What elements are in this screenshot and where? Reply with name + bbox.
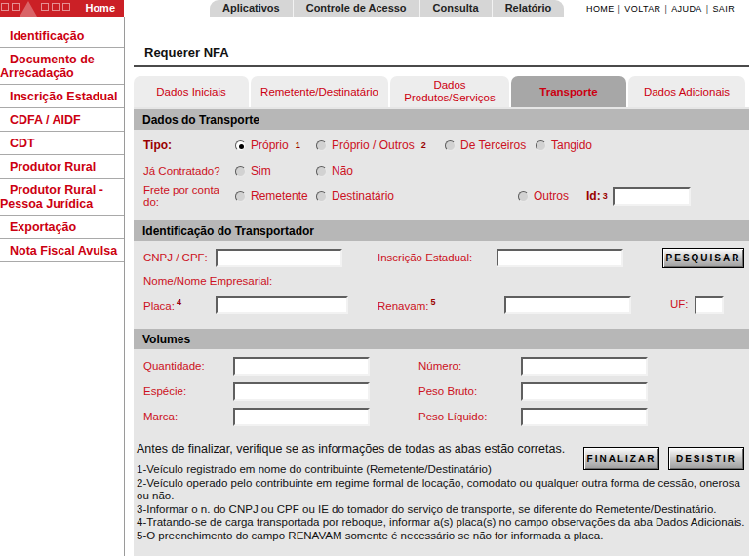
footnote-5: 5-O preenchimento do campo RENAVAM somen… (137, 530, 745, 543)
numero-label: Número: (418, 360, 521, 372)
footnote-ref-1: 1 (296, 140, 300, 150)
numero-input[interactable] (521, 357, 648, 376)
quick-link-ajuda[interactable]: AJUDA (671, 4, 702, 14)
radio-de-terceiros[interactable] (445, 140, 456, 151)
sidebar-item-produtor-rural[interactable]: Produtor Rural (0, 155, 124, 179)
finalizar-button[interactable]: FINALIZAR (583, 447, 659, 470)
peso-bruto-input[interactable] (521, 382, 648, 401)
quick-link-separator: | (706, 4, 709, 14)
quantidade-input[interactable] (233, 357, 370, 376)
form-footer: Antes de finalizar, verifique se as info… (134, 441, 749, 542)
radio-label: Próprio / Outros (332, 139, 415, 152)
quick-link-sair[interactable]: SAIR (712, 4, 735, 14)
footnote-ref-2: 2 (421, 140, 426, 150)
quantidade-label: Quantidade: (143, 360, 233, 372)
quick-link-voltar[interactable]: VOLTAR (624, 4, 660, 14)
tab-transporte[interactable]: Transporte (511, 76, 626, 107)
form-tabs: Dados Iniciais Remetente/Destinatário Da… (134, 76, 749, 107)
quick-links: HOME | VOLTAR | AJUDA | SAIR (586, 4, 735, 14)
marca-input[interactable] (233, 408, 370, 426)
cnpj-cpf-input[interactable] (216, 249, 342, 267)
sidebar-item-identificacao[interactable]: Identificação (0, 24, 124, 48)
pesquisar-button[interactable]: PESQUISAR (662, 248, 744, 268)
finalize-warning-text: Antes de finalizar, verifique se as info… (137, 441, 577, 457)
main-content: Requerer NFA Dados Iniciais Remetente/De… (134, 17, 749, 556)
quick-link-home[interactable]: HOME (586, 4, 615, 14)
tab-dados-adicionais[interactable]: Dados Adicionais (628, 76, 745, 107)
menu-item-aplicativos[interactable]: Aplicativos (210, 0, 294, 17)
radio-option-proprio-outros[interactable]: Próprio / Outros 2 (316, 139, 445, 152)
radio-proprio[interactable] (235, 140, 246, 151)
radio-option-remetente[interactable]: Remetente (235, 189, 316, 203)
page-title: Requerer NFA (134, 45, 749, 60)
especie-input[interactable] (233, 382, 370, 401)
tab-dados-iniciais[interactable]: Dados Iniciais (134, 76, 249, 107)
home-tab[interactable]: Home (0, 0, 124, 17)
sidebar-item-exportacao[interactable]: Exportação (0, 216, 124, 239)
radio-label: Destinatário (332, 189, 394, 203)
row-quantidade-numero: Quantidade: Número: (134, 353, 749, 378)
radio-option-nao[interactable]: Não (316, 164, 353, 178)
cnpj-cpf-label: CNPJ / CPF: (143, 252, 216, 263)
menu-item-controle-de-acesso[interactable]: Controle de Acesso (294, 0, 420, 17)
row-marca-peso-liquido: Marca: Peso Líquido: (134, 404, 749, 429)
sidebar-item-produtor-rural-pj[interactable]: Produtor Rural - Pessoa Jurídica (0, 179, 124, 216)
footnote-ref-5: 5 (430, 298, 435, 307)
footnote-3: 3-Informar o n. do CNPJ ou CPF ou IE do … (137, 503, 745, 517)
sidebar-item-cdfa-aidf[interactable]: CDFA / AIDF (0, 108, 124, 132)
radio-sim[interactable] (235, 166, 246, 177)
home-tab-label: Home (85, 2, 115, 14)
row-placa-renavam-uf: Placa:4 Renavam:5 UF: (134, 292, 749, 317)
inscricao-estadual-input[interactable] (497, 249, 623, 267)
renavam-input[interactable] (504, 296, 631, 314)
id-input[interactable] (613, 187, 691, 206)
menu-item-consulta[interactable]: Consulta (420, 0, 493, 17)
peso-liquido-input[interactable] (521, 408, 648, 426)
uf-input[interactable] (695, 296, 724, 314)
radio-destinatario[interactable] (316, 191, 327, 202)
sidebar-item-documento-arrecadacao[interactable]: Documento de Arrecadação (0, 48, 124, 85)
quick-link-separator: | (618, 4, 621, 14)
sidebar-item-nota-fiscal-avulsa[interactable]: Nota Fiscal Avulsa (0, 239, 124, 262)
quick-link-separator: | (664, 4, 667, 14)
row-frete-por-conta: Frete por conta do: Remetente Destinatár… (134, 183, 749, 209)
tipo-label: Tipo: (143, 139, 235, 152)
marca-label: Marca: (143, 411, 233, 422)
ja-contratado-label: Já Contratado? (143, 165, 235, 177)
radio-option-de-terceiros[interactable]: De Terceiros (445, 139, 536, 152)
placa-input[interactable] (216, 296, 348, 314)
radio-proprio-outros[interactable] (316, 140, 327, 151)
radio-remetente[interactable] (235, 191, 246, 202)
row-especie-peso-bruto: Espécie: Peso Bruto: (134, 378, 749, 404)
sidebar-item-cdt[interactable]: CDT (0, 132, 124, 155)
radio-option-destinatario[interactable]: Destinatário (316, 189, 518, 203)
tab-dados-produtos-servicos[interactable]: Dados Produtos/Serviços (390, 76, 509, 107)
radio-label: Outros (534, 189, 569, 203)
radio-option-outros[interactable]: Outros (518, 189, 586, 203)
footnote-ref-4: 4 (177, 298, 181, 307)
peso-bruto-label: Peso Bruto: (418, 385, 521, 397)
desistir-button[interactable]: DESISTIR (668, 447, 744, 470)
radio-option-sim[interactable]: Sim (235, 164, 316, 178)
app-window: Home Aplicativos Controle de Acesso Cons… (0, 0, 756, 556)
radio-option-tangido[interactable]: Tangido (536, 139, 592, 152)
uf-label: UF: (670, 298, 695, 310)
radio-nao[interactable] (316, 166, 327, 177)
sidebar-item-inscricao-estadual[interactable]: Inscrição Estadual (0, 85, 124, 108)
row-cnpj-ie: CNPJ / CPF: Inscrição Estadual: PESQUISA… (134, 245, 749, 270)
radio-tangido[interactable] (536, 140, 546, 151)
row-ja-contratado: Já Contratado? Sim Não (134, 158, 749, 183)
radio-outros[interactable] (518, 191, 529, 202)
menu-item-relatorio[interactable]: Relatório (493, 0, 565, 17)
section-header-identificacao-transportador: Identificação do Transportador (134, 220, 749, 241)
footnote-2: 2-Veículo operado pelo contribuinte em r… (137, 477, 745, 503)
footnote-ref-3: 3 (603, 191, 608, 201)
tab-remetente-destinatario[interactable]: Remetente/Destinatário (251, 76, 388, 107)
placa-label: Placa:4 (143, 298, 216, 312)
row-nome-empresarial: Nome/Nome Empresarial: (134, 270, 749, 292)
section-header-dados-transporte: Dados do Transporte (134, 109, 749, 130)
decor-square-icon (1, 3, 9, 11)
frete-label: Frete por conta do: (143, 184, 235, 208)
id-label: Id: (586, 189, 601, 203)
radio-option-proprio[interactable]: Próprio 1 (235, 139, 316, 152)
